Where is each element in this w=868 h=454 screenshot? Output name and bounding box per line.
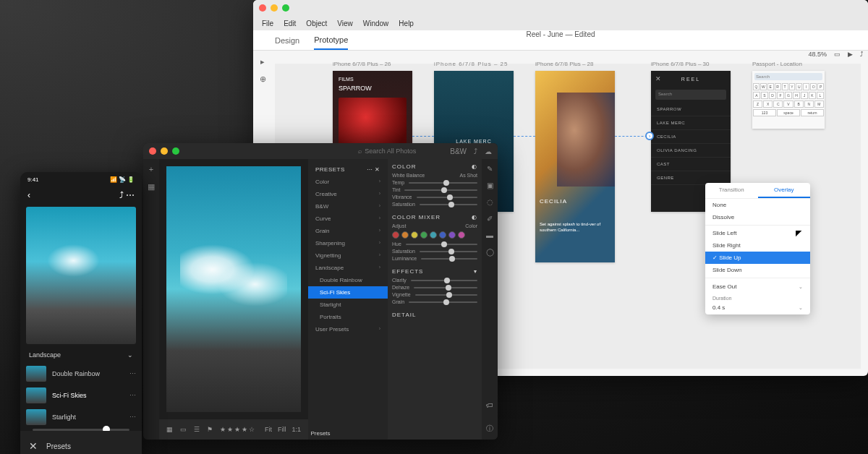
menu-object[interactable]: Object [306,20,327,27]
keyboard-key[interactable]: H [793,92,800,99]
option-slide-right[interactable]: Slide Right [705,239,810,252]
back-icon[interactable]: ‹ [27,190,30,200]
search-bar[interactable]: ⌕ [358,147,437,155]
list-item[interactable]: CECILIA [651,130,731,144]
menu-window[interactable]: Window [363,20,389,27]
bw-badge[interactable]: B&W [450,147,467,155]
keyboard-key[interactable]: Y [789,83,796,90]
fill-button[interactable]: Fill [278,426,286,433]
keyboard-key[interactable]: B [794,100,804,108]
search-field[interactable]: Search [754,73,822,80]
toggle-icon[interactable]: ◐ [472,163,477,170]
list-item[interactable]: LAKE MERC [651,116,731,130]
slider-row[interactable]: Temp [392,180,477,185]
preset-group[interactable]: Sharpening› [308,237,388,249]
more-icon[interactable]: ⋯ ✕ [367,166,380,173]
color-swatch[interactable] [448,231,456,239]
slider-row[interactable]: Saturation [392,249,477,254]
collapse-icon[interactable]: ▾ [474,268,477,275]
artboard-3[interactable]: iPhone 6/7/8 Plus – 28 CECILIA Set again… [535,71,615,262]
add-icon[interactable]: + [149,165,153,174]
info-icon[interactable]: ⓘ [486,424,493,434]
keyboard-key[interactable]: G [785,92,792,99]
maximize-button[interactable] [282,4,289,12]
prototype-wire[interactable] [514,136,535,137]
close-icon[interactable]: ✕ [29,440,38,452]
menu-edit[interactable]: Edit [284,20,296,27]
preset-group[interactable]: B&W› [308,200,388,213]
slider-row[interactable]: Saturation [392,202,477,207]
option-dissolve[interactable]: Dissolve [705,211,810,223]
search-input[interactable] [365,147,437,155]
keyboard-key[interactable]: W [760,83,767,90]
menu-file[interactable]: File [262,20,273,27]
device-preview-icon[interactable]: ▭ [834,51,841,58]
fit-button[interactable]: Fit [265,426,272,433]
keyboard-key[interactable]: E [767,83,774,90]
artboard-5[interactable]: Passport - Location Search QWERTYUIOPASD… [752,71,825,129]
keyboard-key[interactable]: U [796,83,802,90]
tag-icon[interactable]: 🏷 [486,401,493,409]
phone-preset-item[interactable]: Starlight⋯ [26,406,136,428]
keyboard-key[interactable]: Z [753,100,762,108]
single-view-icon[interactable]: ▭ [180,426,187,433]
close-button[interactable] [149,147,156,155]
keyboard-key[interactable]: return [801,109,824,116]
rating-stars[interactable]: ★★★★☆ [220,426,256,433]
option-slide-down[interactable]: Slide Down [705,264,810,276]
presets-bottom-label[interactable]: Presets [310,430,330,437]
crop-icon[interactable]: ▣ [487,181,493,189]
radial-gradient-icon[interactable]: ◯ [486,248,494,256]
list-item[interactable]: SPARROW [651,103,731,116]
keyboard-key[interactable]: J [801,92,808,99]
xd-titlebar[interactable] [253,0,868,16]
keyboard-key[interactable]: P [817,83,824,90]
keyboard-key[interactable]: X [763,100,773,108]
tab-design[interactable]: Design [275,32,299,49]
color-swatch[interactable] [401,231,409,239]
preset-group[interactable]: Vignetting› [308,249,388,262]
easing-select[interactable]: Ease Out⌄ [705,280,810,294]
select-tool-icon[interactable]: ▸ [258,56,268,67]
linear-gradient-icon[interactable]: ▬ [486,231,493,239]
cloud-icon[interactable]: ☁ [485,147,492,155]
color-swatch[interactable] [420,231,427,239]
edit-icon[interactable]: ✎ [487,165,493,173]
preset-group[interactable]: Creative› [308,188,388,200]
phone-category[interactable]: Landscape⌄ [20,347,142,363]
option-slide-up[interactable]: ✓ Slide Up [705,252,810,264]
keyboard-key[interactable]: M [814,100,824,108]
keyboard-key[interactable]: K [809,92,816,99]
grid-view-icon[interactable]: ▦ [166,426,173,433]
toggle-icon[interactable]: ◐ [472,214,477,220]
mixer-mode[interactable]: Color [465,223,477,228]
keyboard-key[interactable]: S [761,92,768,99]
color-swatch[interactable] [430,231,437,239]
preset-group[interactable]: User Presets› [308,323,388,335]
play-icon[interactable]: ▶ [848,51,853,58]
ratio-button[interactable]: 1:1 [292,426,301,433]
phone-image[interactable] [26,207,136,344]
search-field[interactable]: Search [655,90,726,100]
compare-view-icon[interactable]: ☰ [194,426,200,433]
share-icon[interactable]: ⤴ [474,147,477,155]
wb-value[interactable]: As Shot [459,173,477,178]
flag-icon[interactable]: ⚑ [207,426,213,433]
minimize-button[interactable] [271,4,278,12]
keyboard-key[interactable]: R [775,83,781,90]
preset-item[interactable]: Double Rainbow [308,274,388,286]
keyboard-key[interactable]: O [810,83,817,90]
phone-preset-item[interactable]: Sci-Fi Skies⋯ [26,385,136,406]
prototype-wire[interactable] [412,136,434,137]
slider-row[interactable]: Clarity [392,278,477,283]
tab-overlay[interactable]: Overlay [758,183,811,198]
slider-row[interactable]: Dehaze [392,285,477,290]
keyboard-key[interactable]: V [783,100,793,108]
slider-row[interactable]: Tint [392,187,477,192]
share-icon[interactable]: ⤴ [860,51,864,58]
zoom-tool-icon[interactable]: ⊕ [258,74,268,84]
keyboard-key[interactable]: I [803,83,809,90]
keyboard-key[interactable]: Q [753,83,760,90]
close-icon[interactable]: ✕ [655,75,663,82]
preset-group[interactable]: Grain› [308,225,388,237]
